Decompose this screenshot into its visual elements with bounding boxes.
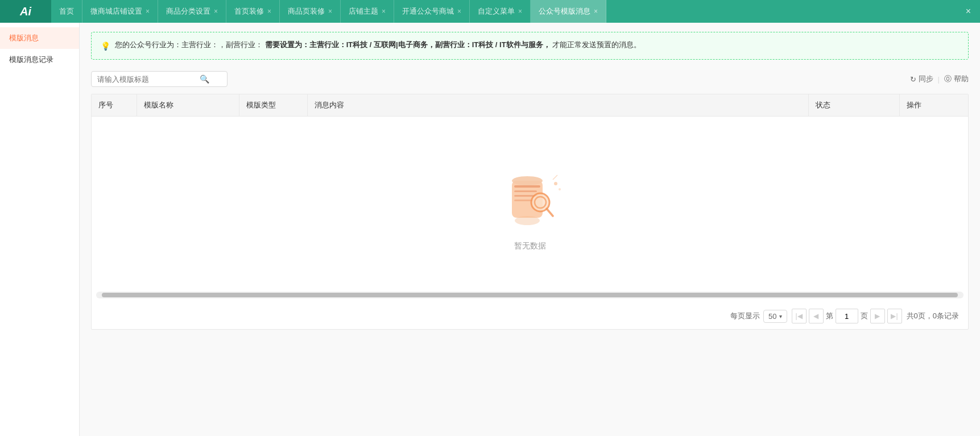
search-icon[interactable]: 🔍: [200, 74, 209, 84]
logo: Ai: [0, 0, 51, 23]
next-page-button[interactable]: ▶: [870, 309, 885, 323]
search-bar: 🔍 ↻ 同步 | ⓪ 帮助: [91, 71, 969, 87]
close-tab-micro-shop[interactable]: ×: [146, 7, 150, 15]
dropdown-icon: ▾: [779, 313, 782, 319]
svg-point-11: [559, 188, 561, 190]
help-icon: ⓪: [944, 74, 952, 84]
sidebar-item-template-msg[interactable]: 模版消息: [0, 27, 79, 49]
sync-icon: ↻: [910, 75, 916, 84]
search-input[interactable]: [97, 75, 200, 84]
page-suffix: 页: [861, 311, 868, 321]
col-action: 操作: [900, 94, 968, 116]
page-size-label: 每页显示: [730, 311, 760, 321]
col-type: 模版类型: [239, 94, 308, 116]
horizontal-scrollbar[interactable]: [96, 292, 964, 298]
col-seq: 序号: [92, 94, 137, 116]
close-tab-template-msg[interactable]: ×: [594, 7, 598, 15]
page-navigation: |◀ ◀ 第 页 ▶ ▶|: [792, 309, 902, 323]
scrollbar-area: [92, 287, 968, 303]
tab-product-category[interactable]: 商品分类设置 ×: [158, 0, 226, 23]
empty-illustration: [496, 164, 564, 232]
help-button[interactable]: ⓪ 帮助: [944, 74, 969, 84]
empty-state: 暂无数据: [92, 117, 968, 287]
tab-bar: 首页 微商城店铺设置 × 商品分类设置 × 首页装修 × 商品页装修 × 店铺主…: [0, 0, 980, 23]
prev-page-button[interactable]: ◀: [809, 309, 824, 323]
sidebar-item-template-msg-log[interactable]: 模版消息记录: [0, 49, 79, 70]
scrollbar-thumb: [102, 293, 958, 297]
table-header: 序号 模版名称 模版类型 消息内容 状态 操作: [92, 94, 968, 117]
toolbar-right: ↻ 同步 | ⓪ 帮助: [910, 74, 969, 84]
svg-point-6: [512, 176, 543, 185]
page-size-wrap: 每页显示 50 ▾: [730, 310, 787, 323]
svg-line-12: [553, 175, 557, 180]
last-page-button[interactable]: ▶|: [887, 309, 902, 323]
col-name: 模版名称: [137, 94, 239, 116]
page-number-input[interactable]: [836, 309, 858, 323]
alert-banner: 💡 您的公众号行业为：主营行业：，副营行业： 需要设置为：主营行业：IT科技 /…: [91, 32, 969, 60]
tab-open-wechat[interactable]: 开通公众号商城 ×: [394, 0, 470, 23]
total-info: 共0页，0条记录: [907, 311, 959, 321]
toolbar-divider: |: [938, 75, 940, 84]
tab-product-decor[interactable]: 商品页装修 ×: [280, 0, 341, 23]
tab-template-msg[interactable]: 公众号模版消息 ×: [531, 0, 606, 23]
tab-home[interactable]: 首页: [51, 0, 82, 23]
pagination: 每页显示 50 ▾ |◀ ◀ 第 页 ▶ ▶| 共0页，0条记录: [92, 303, 968, 329]
data-table: 序号 模版名称 模版类型 消息内容 状态 操作: [91, 94, 969, 330]
sync-button[interactable]: ↻ 同步: [910, 74, 933, 84]
sidebar: 模版消息 模版消息记录: [0, 23, 80, 436]
search-input-wrap: 🔍: [91, 71, 228, 87]
col-status: 状态: [809, 94, 900, 116]
col-content: 消息内容: [308, 94, 809, 116]
close-tab-open-wechat[interactable]: ×: [457, 7, 461, 15]
empty-text: 暂无数据: [514, 241, 546, 251]
close-tab-shop-theme[interactable]: ×: [382, 7, 386, 15]
svg-line-9: [547, 209, 553, 216]
close-all-tabs[interactable]: ×: [957, 6, 980, 16]
svg-point-10: [554, 182, 557, 185]
tab-micro-shop[interactable]: 微商城店铺设置 ×: [82, 0, 158, 23]
page-prefix: 第: [826, 311, 833, 321]
tab-home-decor[interactable]: 首页装修 ×: [226, 0, 280, 23]
main-layout: 模版消息 模版消息记录 💡 您的公众号行业为：主营行业：，副营行业： 需要设置为…: [0, 23, 980, 436]
svg-rect-3: [514, 190, 537, 192]
close-tab-custom-menu[interactable]: ×: [518, 7, 522, 15]
alert-icon: 💡: [101, 40, 110, 52]
first-page-button[interactable]: |◀: [792, 309, 807, 323]
tab-custom-menu[interactable]: 自定义菜单 ×: [470, 0, 531, 23]
close-tab-home-decor[interactable]: ×: [267, 7, 271, 15]
close-tab-product-decor[interactable]: ×: [328, 7, 332, 15]
close-tab-product-category[interactable]: ×: [214, 7, 218, 15]
tab-shop-theme[interactable]: 店铺主题 ×: [341, 0, 394, 23]
page-size-select[interactable]: 50 ▾: [763, 310, 787, 323]
content-area: 💡 您的公众号行业为：主营行业：，副营行业： 需要设置为：主营行业：IT科技 /…: [80, 23, 980, 436]
svg-rect-2: [514, 185, 540, 188]
alert-text: 您的公众号行业为：主营行业：，副营行业： 需要设置为：主营行业：IT科技 / 互…: [115, 39, 641, 51]
